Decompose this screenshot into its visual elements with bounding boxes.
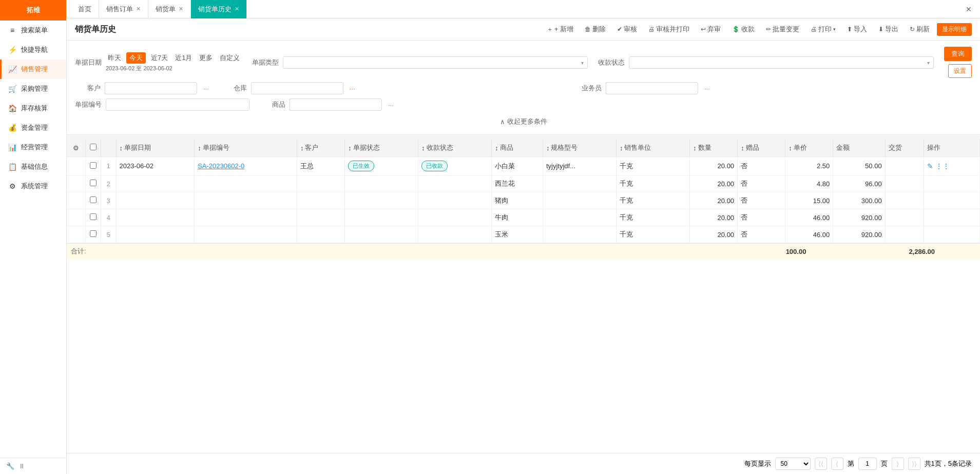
warehouse-input[interactable] (251, 82, 343, 94)
tab-close-sales-delivery[interactable]: ✕ (179, 6, 183, 12)
row-num: 3 (101, 192, 116, 209)
select-all-checkbox[interactable] (90, 144, 97, 150)
col-price[interactable]: ↕ 单价 (785, 139, 833, 157)
sidebar-item-finance[interactable]: 💰 资金管理 (0, 118, 66, 137)
row-checkbox-cell[interactable] (85, 192, 101, 209)
sidebar-item-quick-nav[interactable]: ⚡ 快捷导航 (0, 40, 66, 60)
row-checkbox-cell[interactable] (85, 209, 101, 226)
row-checkbox[interactable] (90, 230, 97, 237)
tab-sales-delivery[interactable]: 销货单 ✕ (148, 0, 191, 18)
per-page-select[interactable]: 50 100 200 (775, 458, 811, 470)
row-doc-no[interactable]: SA-20230602-0 (195, 157, 297, 175)
date-shortcut-7days[interactable]: 近7天 (149, 52, 170, 64)
warehouse-picker-icon[interactable]: ··· (348, 85, 357, 92)
row-doc-no[interactable] (195, 192, 297, 209)
abandon-button[interactable]: ↩ 弃审 (697, 23, 725, 36)
row-doc-no[interactable] (195, 209, 297, 226)
row-checkbox[interactable] (90, 180, 97, 186)
row-checkbox[interactable] (90, 196, 97, 203)
batch-change-button[interactable]: ✏ 批量变更 (762, 23, 803, 36)
delete-button[interactable]: 🗑 删除 (581, 23, 610, 36)
sidebar-item-sales-mgmt[interactable]: 📈 销售管理 (0, 60, 66, 79)
col-customer[interactable]: ↕ 客户 (297, 139, 344, 157)
doc-no-link[interactable]: SA-20230602-0 (198, 162, 244, 170)
col-goods[interactable]: ↕ 商品 (492, 139, 543, 157)
salesperson-picker-icon[interactable]: ··· (702, 85, 712, 92)
collect-button[interactable]: 💲 收款 (728, 23, 759, 36)
tab-sales-history[interactable]: 销货单历史 ✕ (191, 0, 247, 18)
customer-picker-icon[interactable]: ··· (201, 85, 211, 92)
sidebar-bottom-icon1[interactable]: 🔧 (6, 462, 14, 470)
query-button[interactable]: 查询 (944, 47, 972, 61)
row-customer: 王总 (297, 157, 344, 175)
sidebar-bottom-icon2[interactable]: ⏸ (18, 462, 25, 470)
row-operate (924, 192, 980, 209)
col-checkbox[interactable] (85, 139, 101, 157)
row-checkbox[interactable] (90, 213, 97, 220)
sidebar-item-basic-info[interactable]: 📋 基础信息 (0, 157, 66, 176)
sidebar-item-sys-mgmt[interactable]: ⚙ 系统管理 (0, 176, 66, 196)
date-shortcut-today[interactable]: 今天 (126, 52, 146, 64)
customer-input[interactable] (105, 82, 197, 94)
sidebar-item-inventory[interactable]: 🏠 库存核算 (0, 98, 66, 118)
tab-home[interactable]: 首页 (71, 0, 99, 18)
row-goods: 牛肉 (492, 209, 543, 226)
page-first-button[interactable]: ⟨⟨ (815, 458, 827, 470)
edit-op-btn[interactable]: ✎ (927, 162, 933, 170)
row-checkbox[interactable] (90, 162, 97, 169)
goods-picker-icon[interactable]: ··· (386, 101, 396, 109)
row-doc-no[interactable] (195, 226, 297, 243)
set-button[interactable]: 设置 (948, 64, 972, 78)
import-button[interactable]: ⬆ 导入 (843, 23, 871, 36)
doc-no-input[interactable] (106, 98, 249, 111)
tab-sales-order[interactable]: 销售订单 ✕ (99, 0, 148, 18)
date-shortcut-more[interactable]: 更多 (197, 52, 215, 64)
page-last-button[interactable]: ⟩⟩ (908, 458, 920, 470)
sidebar-item-purchase-mgmt[interactable]: 🛒 采购管理 (0, 79, 66, 98)
row-checkbox-cell[interactable] (85, 226, 101, 243)
col-collect-status[interactable]: ↕ 收款状态 (418, 139, 492, 157)
col-doc-status[interactable]: ↕ 单据状态 (345, 139, 418, 157)
col-doc-no[interactable]: ↕ 单据编号 (195, 139, 297, 157)
goods-input[interactable] (290, 98, 382, 111)
more-op-btn[interactable]: ⋮⋮ (935, 162, 950, 170)
tab-close-sales-history[interactable]: ✕ (235, 6, 239, 12)
refresh-button[interactable]: ↻ 刷新 (906, 23, 934, 36)
date-shortcut-yesterday[interactable]: 昨天 (106, 52, 123, 64)
row-doc-no[interactable] (195, 175, 297, 192)
collapse-button[interactable]: ∧ 收起更多条件 (75, 115, 972, 128)
audit-print-button[interactable]: 🖨 审核并打印 (644, 23, 694, 36)
col-gift[interactable]: ↕ 赠品 (738, 139, 785, 157)
settings-icon[interactable]: ⚙ (73, 144, 79, 152)
page-next-button[interactable]: ⟩ (892, 458, 904, 470)
col-date[interactable]: ↕ 单据日期 (116, 139, 195, 157)
row-delivery (885, 175, 924, 192)
tab-close-all[interactable]: ✕ (962, 5, 976, 13)
per-page-label: 每页显示 (744, 459, 771, 468)
page-prev-button[interactable]: ⟨ (831, 458, 843, 470)
row-collect-status: 已收款 (418, 157, 492, 175)
row-goods: 猪肉 (492, 192, 543, 209)
refresh-icon: ↻ (910, 26, 915, 33)
col-spec[interactable]: ↕ 规格型号 (543, 139, 616, 157)
print-button[interactable]: 🖨 打印 ▾ (806, 23, 840, 36)
collect-status-select[interactable] (629, 56, 934, 69)
col-settings[interactable]: ⚙ (67, 139, 85, 157)
sidebar-item-search-menu[interactable]: ≡ 搜索菜单 (0, 21, 66, 40)
date-shortcut-custom[interactable]: 自定义 (218, 52, 242, 64)
salesperson-input[interactable] (606, 82, 698, 94)
date-shortcut-1month[interactable]: 近1月 (173, 52, 194, 64)
audit-button[interactable]: ✔ 审核 (613, 23, 641, 36)
col-qty[interactable]: ↕ 数量 (690, 139, 738, 157)
page-input[interactable]: 1 (858, 458, 877, 470)
new-button[interactable]: ＋ + 新增 (543, 23, 578, 36)
display-detail-button[interactable]: 显示明细 (937, 23, 972, 36)
customer-label: 客户 (75, 84, 101, 93)
export-button[interactable]: ⬇ 导出 (874, 23, 902, 36)
doc-type-select[interactable] (283, 56, 588, 69)
row-checkbox-cell[interactable] (85, 175, 101, 192)
col-unit[interactable]: ↕ 销售单位 (616, 139, 689, 157)
row-checkbox-cell[interactable] (85, 157, 101, 175)
sidebar-item-ops-mgmt[interactable]: 📊 经营管理 (0, 137, 66, 157)
tab-close-sales-order[interactable]: ✕ (136, 6, 141, 12)
